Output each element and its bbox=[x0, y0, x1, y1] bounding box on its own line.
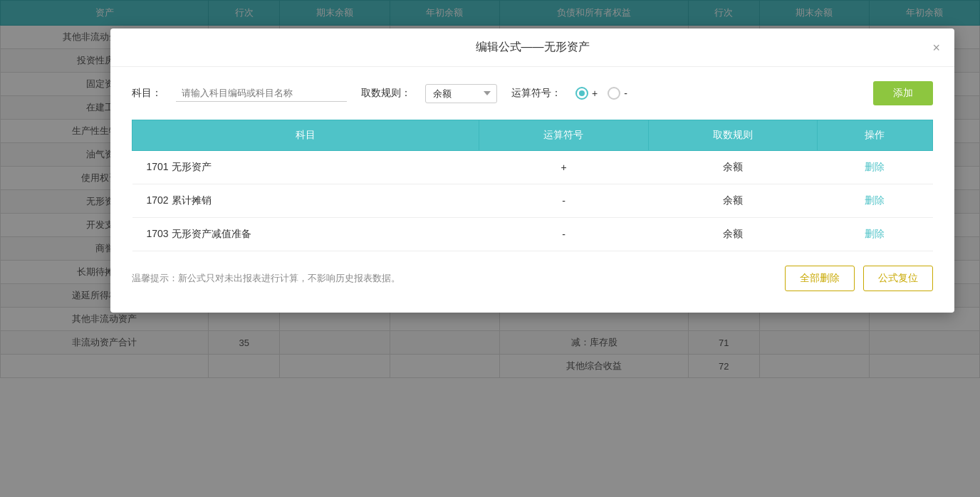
rule-select-wrap: 余额借方贷方借方发生额贷方发生额 bbox=[425, 84, 497, 103]
hint-text: 温馨提示：新公式只对未出报表进行计算，不影响历史报表数据。 bbox=[132, 272, 400, 285]
radio-minus[interactable]: - bbox=[608, 87, 627, 100]
delete-row-button[interactable]: 删除 bbox=[865, 161, 885, 172]
table-row: 1703 无形资产减值准备-余额删除 bbox=[132, 218, 933, 251]
operator-label: 运算符号： bbox=[511, 87, 561, 100]
formula-table: 科目 运算符号 取数规则 操作 1701 无形资产+余额删除1702 累计摊销-… bbox=[132, 120, 933, 251]
delete-row-button[interactable]: 删除 bbox=[865, 228, 885, 239]
operator-radio-group: + - bbox=[575, 87, 627, 100]
col-rule: 取数规则 bbox=[648, 120, 817, 151]
rule-label: 取数规则： bbox=[361, 87, 411, 100]
subject-input[interactable] bbox=[176, 85, 347, 102]
delete-all-button[interactable]: 全部删除 bbox=[785, 266, 855, 291]
col-action: 操作 bbox=[817, 120, 932, 151]
modal-footer: 温馨提示：新公式只对未出报表进行计算，不影响历史报表数据。 全部删除 公式复位 bbox=[110, 251, 954, 291]
radio-plus-label: + bbox=[592, 88, 598, 99]
footer-buttons: 全部删除 公式复位 bbox=[785, 266, 933, 291]
table-row: 1702 累计摊销-余额删除 bbox=[132, 184, 933, 218]
table-header-row: 科目 运算符号 取数规则 操作 bbox=[132, 120, 933, 151]
radio-minus-circle bbox=[608, 87, 620, 100]
add-button[interactable]: 添加 bbox=[873, 81, 933, 105]
radio-minus-label: - bbox=[624, 88, 627, 99]
rule-select[interactable]: 余额借方贷方借方发生额贷方发生额 bbox=[425, 84, 497, 103]
edit-formula-modal: 编辑公式——无形资产 × 科目： 取数规则： 余额借方贷方借方发生额贷方发生额 … bbox=[110, 28, 954, 313]
radio-plus-circle bbox=[575, 87, 588, 100]
subject-label: 科目： bbox=[132, 87, 162, 100]
modal-header: 编辑公式——无形资产 × bbox=[110, 28, 954, 67]
modal-title: 编辑公式——无形资产 bbox=[476, 40, 590, 55]
data-table-wrap: 科目 运算符号 取数规则 操作 1701 无形资产+余额删除1702 累计摊销-… bbox=[110, 120, 954, 251]
modal-close-button[interactable]: × bbox=[932, 41, 940, 54]
form-row: 科目： 取数规则： 余额借方贷方借方发生额贷方发生额 运算符号： + - 添加 bbox=[110, 67, 954, 120]
table-row: 1701 无形资产+余额删除 bbox=[132, 151, 933, 184]
col-operator: 运算符号 bbox=[479, 120, 648, 151]
reset-formula-button[interactable]: 公式复位 bbox=[863, 266, 933, 291]
radio-plus[interactable]: + bbox=[575, 87, 598, 100]
col-subject: 科目 bbox=[132, 120, 479, 151]
delete-row-button[interactable]: 删除 bbox=[865, 194, 885, 206]
